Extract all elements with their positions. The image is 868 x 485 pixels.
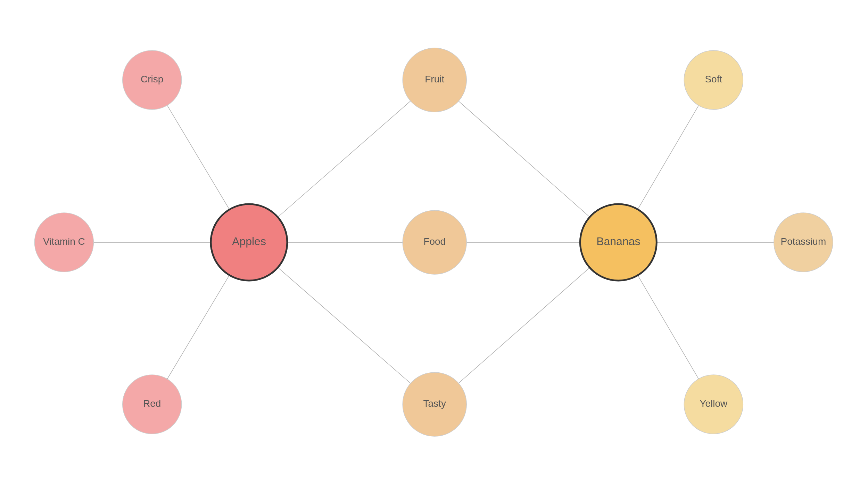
svg-text:Tasty: Tasty	[423, 398, 446, 409]
svg-text:Yellow: Yellow	[700, 398, 728, 409]
svg-text:Bananas: Bananas	[596, 235, 640, 248]
svg-text:Crisp: Crisp	[141, 74, 163, 84]
svg-text:Red: Red	[143, 398, 161, 409]
svg-text:Food: Food	[423, 236, 446, 247]
svg-text:Fruit: Fruit	[425, 74, 444, 84]
svg-text:Soft: Soft	[705, 74, 722, 84]
svg-text:Potassium: Potassium	[781, 236, 826, 247]
svg-text:Vitamin C: Vitamin C	[43, 236, 85, 247]
network-graph: ApplesBananasCrispVitamin CRedFruitFoodT…	[0, 0, 868, 485]
svg-text:Apples: Apples	[232, 235, 266, 248]
